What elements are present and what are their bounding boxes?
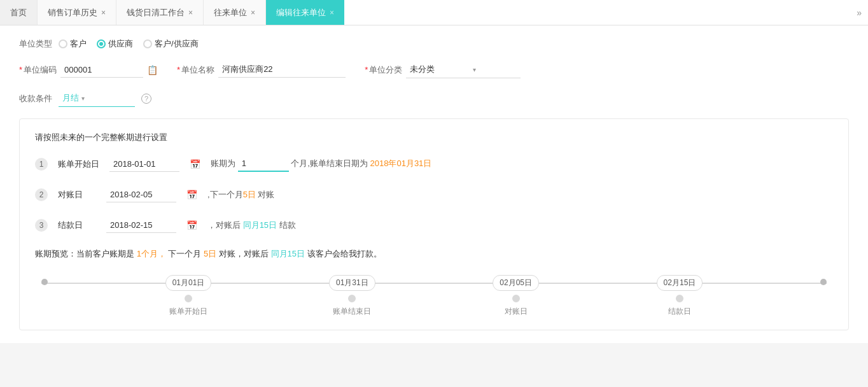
timeline-date-1: 01月01日 [165, 275, 212, 291]
preview-label: 账期预览：当前客户账期是 [35, 249, 134, 258]
unit-code-star: * [19, 65, 22, 74]
preview-highlight-1: 1个月， [137, 249, 166, 258]
timeline: 01月01日 账单开始日 01月31日 账单结束日 02月05日 对账日 [35, 275, 833, 317]
payment-terms-label: 收款条件 [19, 93, 52, 104]
timeline-node-2: 01月31日 账单结束日 [329, 275, 375, 317]
tab-bar: 首页 销售订单历史 × 钱货日清工作台 × 往来单位 × 编辑往来单位 × » [0, 0, 868, 25]
period-num-2: 2 [35, 188, 48, 201]
unit-type-radio-group: 客户 供应商 客户/供应商 [59, 38, 199, 50]
period-month-input[interactable] [238, 156, 289, 172]
radio-supplier[interactable]: 供应商 [97, 38, 133, 50]
period-num-1: 1 [35, 158, 48, 171]
period-day-highlight-2: 5日 [243, 190, 256, 199]
period-field-label-2: 对账日 [58, 189, 96, 201]
timeline-label-1: 账单开始日 [169, 306, 207, 317]
radio-customer[interactable]: 客户 [59, 38, 87, 50]
main-content: 单位类型 客户 供应商 客户/供应商 *单位编码 📋 [0, 25, 868, 343]
period-desc-2: ,下一个月5日 对账 [207, 189, 274, 201]
payment-terms-row: 收款条件 月结 ▾ ? [19, 90, 849, 107]
timeline-start-dot [41, 279, 48, 285]
preview-text: 账期预览：当前客户账期是 1个月， 下一个月 5日 对账，对账后 同月15日 该… [35, 248, 833, 260]
period-cal-1[interactable]: 📅 [190, 159, 200, 169]
period-date-2[interactable] [106, 187, 176, 202]
timeline-dot-1 [185, 295, 192, 302]
radio-customer-label: 客户 [70, 38, 87, 50]
unit-code-group: *单位编码 📋 [19, 62, 158, 78]
tab-sales-order-history[interactable]: 销售订单历史 × [38, 0, 116, 25]
unit-name-star: * [177, 65, 180, 74]
tab-edit-partner-units-close[interactable]: × [330, 8, 334, 17]
preview-part3-text: 对账，对账后 [219, 249, 269, 258]
unit-code-input[interactable] [60, 62, 143, 78]
radio-supplier-circle [97, 39, 106, 48]
period-end-date-highlight: 2018年01月31日 [370, 158, 432, 168]
period-field-label-1: 账单开始日 [58, 158, 99, 170]
tab-home[interactable]: 首页 [0, 0, 38, 25]
period-row-3: 3 结款日 📅 ，对账后 同月15日 结款 [35, 218, 833, 233]
period-desc-3: ，对账后 同月15日 结款 [207, 220, 296, 231]
tab-cash-reconciliation-close[interactable]: × [188, 8, 193, 17]
period-cal-2[interactable]: 📅 [186, 190, 197, 200]
preview-section: 账期预览：当前客户账期是 1个月， 下一个月 5日 对账，对账后 同月15日 该… [35, 238, 833, 317]
unit-type-row: 单位类型 客户 供应商 客户/供应商 [19, 38, 849, 50]
timeline-label-2: 账单结束日 [333, 306, 371, 317]
period-cal-3[interactable]: 📅 [186, 220, 197, 230]
payment-terms-value: 月结 [62, 92, 79, 104]
tab-partner-units[interactable]: 往来单位 × [204, 0, 266, 25]
preview-part4-text: 该客户会给我打款。 [307, 249, 382, 258]
tab-expand-button[interactable]: » [850, 0, 868, 25]
unit-name-input[interactable] [218, 62, 346, 78]
radio-customer-supplier[interactable]: 客户/供应商 [143, 38, 199, 50]
preview-part2-text: 下一个月 [168, 249, 201, 258]
timeline-end [820, 275, 827, 285]
period-row-2: 2 对账日 📅 ,下一个月5日 对账 [35, 187, 833, 202]
timeline-end-dot [820, 279, 827, 285]
unit-info-row: *单位编码 📋 *单位名称 *单位分类 未分类 ▾ [19, 61, 849, 78]
radio-customer-supplier-label: 客户/供应商 [155, 38, 199, 50]
period-field-label-3: 结款日 [58, 220, 96, 231]
period-desc-1: 账期为 个月,账单结束日期为 2018年01月31日 [211, 156, 431, 172]
timeline-dot-2 [348, 295, 356, 302]
timeline-dot-3 [512, 295, 520, 302]
timeline-label-3: 对账日 [505, 306, 528, 317]
unit-category-value: 未分类 [410, 64, 435, 75]
unit-code-copy-icon[interactable]: 📋 [147, 65, 158, 75]
payment-terms-select[interactable]: 月结 ▾ [59, 90, 135, 107]
period-date-1[interactable] [109, 157, 179, 172]
tab-edit-partner-units[interactable]: 编辑往来单位 × [266, 0, 344, 25]
unit-type-label: 单位类型 [19, 38, 52, 50]
tab-partner-units-label: 往来单位 [214, 7, 247, 18]
timeline-date-3: 02月05日 [493, 275, 539, 291]
radio-customer-circle [59, 39, 67, 48]
unit-code-label: *单位编码 [19, 64, 57, 76]
payment-terms-help-icon[interactable]: ? [141, 94, 151, 104]
tab-cash-reconciliation[interactable]: 钱货日清工作台 × [116, 0, 204, 25]
tab-sales-order-history-close[interactable]: × [101, 8, 106, 17]
unit-category-group: *单位分类 未分类 ▾ [365, 61, 521, 78]
tab-partner-units-close[interactable]: × [251, 8, 255, 17]
unit-category-chevron: ▾ [473, 66, 476, 73]
timeline-dot-4 [676, 295, 683, 302]
payment-terms-chevron: ▾ [81, 95, 85, 102]
unit-category-star: * [365, 65, 368, 74]
unit-name-label: *单位名称 [177, 64, 214, 76]
period-num-3: 3 [35, 219, 48, 232]
period-settings-title: 请按照未来的一个完整帐期进行设置 [35, 132, 833, 143]
timeline-label-4: 结款日 [668, 306, 691, 317]
timeline-date-2: 01月31日 [329, 275, 375, 291]
unit-category-select[interactable]: 未分类 ▾ [406, 61, 521, 78]
tab-cash-reconciliation-label: 钱货日清工作台 [127, 7, 185, 18]
timeline-node-1: 01月01日 账单开始日 [165, 275, 212, 317]
timeline-date-4: 02月15日 [657, 275, 703, 291]
unit-category-label: *单位分类 [365, 64, 402, 76]
unit-name-group: *单位名称 [177, 62, 346, 78]
timeline-node-4: 02月15日 结款日 [657, 275, 703, 317]
period-day-highlight-3: 同月15日 [243, 220, 277, 230]
tab-edit-partner-units-label: 编辑往来单位 [276, 7, 326, 18]
timeline-node-3: 02月05日 对账日 [493, 275, 539, 317]
tab-home-label: 首页 [10, 7, 27, 18]
tab-sales-order-history-label: 销售订单历史 [48, 7, 97, 18]
preview-highlight-2: 5日 [204, 249, 216, 258]
period-settings-box: 请按照未来的一个完整帐期进行设置 1 账单开始日 📅 账期为 个月,账单结束日期… [19, 118, 849, 330]
period-date-3[interactable] [106, 218, 176, 233]
